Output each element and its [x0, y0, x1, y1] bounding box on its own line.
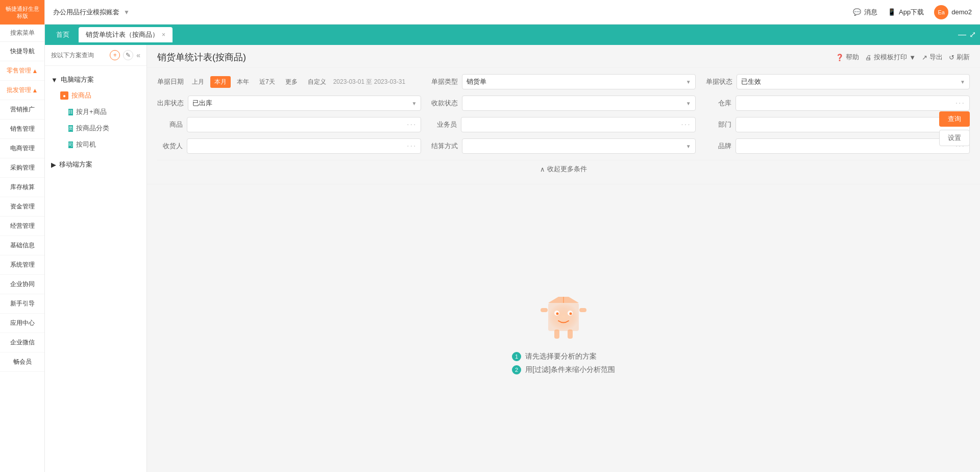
app-download-button[interactable]: 📱 App下载 [888, 8, 924, 17]
user-avatar-button[interactable]: Ea demo2 [934, 5, 972, 19]
template-print-button[interactable]: 🖨 按模板打印 ▼ [865, 53, 916, 62]
svg-rect-6 [541, 308, 548, 312]
sidebar-item-qiyeweixin[interactable]: 企业微信 [0, 333, 44, 352]
help-button[interactable]: ❓ 帮助 [836, 53, 859, 62]
edit-scheme-button[interactable]: ✎ [123, 50, 133, 60]
tip-1-text: 请先选择要分析的方案 [525, 352, 597, 361]
avatar: Ea [934, 5, 948, 19]
settle-input[interactable]: ▼ [462, 138, 695, 154]
collect-dropdown-icon: ▼ [686, 101, 691, 106]
collect-status-input[interactable]: ▼ [462, 96, 695, 111]
sidebar-item-kuaijie[interactable]: 快捷导航 [0, 42, 44, 61]
dropdown-arrow-icon[interactable]: ▼ [124, 9, 130, 16]
app-icon: 📱 [888, 8, 896, 16]
date-tab-custom[interactable]: 自定义 [304, 76, 330, 88]
sidebar-item-jichu[interactable]: 基础信息 [0, 236, 44, 255]
chevron-up-icon: ▲ [32, 67, 38, 75]
svg-rect-9 [568, 329, 573, 339]
date-tab-this-month[interactable]: 本月 [210, 76, 231, 88]
tree-item-by-driver[interactable]: 司 按司机 [45, 136, 146, 153]
sidebar-item-kucun[interactable]: 库存核算 [0, 178, 44, 197]
doc-type-input[interactable]: 销货单 ▼ [462, 74, 695, 89]
sidebar-item-xinshou[interactable]: 新手引导 [0, 294, 44, 314]
chevron-up-icon: ▲ [32, 87, 38, 94]
sidebar-item-yingyong[interactable]: 应用中心 [0, 314, 44, 333]
doc-type-value: 销货单 [467, 77, 486, 86]
sidebar-item-label: 资金管理 [10, 202, 35, 211]
warehouse-input[interactable]: ··· [736, 96, 970, 111]
sidebar-item-label: 销售管理 [10, 125, 35, 133]
tab-minimize-icon[interactable]: — [958, 31, 966, 39]
help-icon: ❓ [836, 54, 844, 61]
tab-active[interactable]: 销货单统计表（按商品） × [79, 27, 173, 42]
collapse-panel-button[interactable]: « [136, 51, 140, 59]
settings-button[interactable]: 设置 [939, 130, 970, 146]
sidebar-item-label: 批发管理 [7, 86, 31, 95]
sidebar-item-lingshou[interactable]: 零售管理 ▲ [0, 61, 44, 81]
doc-status-label: 单据状态 [706, 77, 732, 86]
filter-main-wrapper: 销货单统计表(按商品) ❓ 帮助 🖨 按模板打印 ▼ ↗ 导出 [147, 45, 980, 472]
avatar-initials: Ea [938, 9, 945, 15]
month-goods-icon: 目 [68, 109, 73, 115]
tab-active-label: 销货单统计表（按商品） [86, 30, 159, 39]
sidebar-item-pifa[interactable]: 批发管理 ▲ [0, 81, 44, 100]
goods-input[interactable]: ··· [187, 117, 421, 132]
receiver-input[interactable]: ··· [187, 138, 421, 154]
date-tab-this-year[interactable]: 本年 [233, 76, 253, 88]
refresh-icon: ↺ [949, 54, 954, 61]
date-tab-more[interactable]: 更多 [281, 76, 302, 88]
doc-status-input[interactable]: 已生效 ▼ [737, 74, 970, 89]
out-status-input[interactable]: 已出库 ▼ [188, 96, 421, 111]
date-tabs: 上月 本月 本年 近7天 更多 自定义 [188, 76, 330, 88]
svg-point-5 [570, 312, 572, 315]
sidebar-item-jingying[interactable]: 经营管理 [0, 217, 44, 236]
salesman-input[interactable]: ··· [461, 117, 695, 132]
tab-home[interactable]: 首页 [49, 27, 77, 42]
filter-row-1: 单据日期 上月 本月 本年 近7天 更多 自定义 2023-03-01 至 20… [157, 74, 970, 89]
refresh-button[interactable]: ↺ 刷新 [949, 53, 970, 62]
collapse-conditions-button[interactable]: ∧ 收起更多条件 [540, 164, 587, 174]
sidebar-item-label: 企业微信 [10, 338, 35, 347]
settle-field: 结算方式 ▼ [431, 138, 695, 154]
brand-input[interactable]: ··· [736, 138, 970, 154]
date-label: 单据日期 [157, 77, 184, 86]
tree-item-goods-category[interactable]: 类 按商品分类 [45, 120, 146, 136]
doc-status-field: 单据状态 已生效 ▼ [706, 74, 970, 89]
tab-close-icon[interactable]: × [162, 31, 165, 38]
sidebar-item-qiye[interactable]: 企业协同 [0, 275, 44, 294]
edit-icon: ✎ [126, 52, 131, 59]
search-menu[interactable]: 搜索菜单 [0, 25, 44, 42]
tree-group-pc-header[interactable]: ▼ 电脑端方案 [45, 72, 146, 87]
tab-maximize-icon[interactable]: ⤢ [969, 31, 976, 39]
sidebar-item-changhui[interactable]: 畅会员 [0, 352, 44, 372]
tab-controls: — ⤢ [958, 31, 976, 39]
tree-item-by-goods[interactable]: ● 按商品 [45, 87, 146, 104]
salesman-field: 业务员 ··· [431, 117, 695, 132]
query-button[interactable]: 查询 [939, 111, 970, 127]
sidebar-item-dianshang[interactable]: 电商管理 [0, 139, 44, 158]
empty-tips: 1 请先选择要分析的方案 2 用[过滤]条件来缩小分析范围 [512, 352, 615, 374]
topbar: 办公用品行业模拟账套 ▼ 💬 消息 📱 App下载 Ea demo2 [45, 0, 980, 25]
sidebar-item-xiaoshou[interactable]: 销售管理 [0, 120, 44, 139]
department-input[interactable]: ▼ [736, 117, 970, 132]
sidebar-item-label: 经营管理 [10, 222, 35, 230]
goods-field: 商品 ··· [157, 117, 421, 132]
tree-group-mobile-header[interactable]: ▶ 移动端方案 [45, 157, 146, 172]
tree-item-month-goods[interactable]: 目 按月+商品 [45, 104, 146, 120]
empty-tip-1: 1 请先选择要分析的方案 [512, 352, 615, 361]
help-label: 帮助 [846, 53, 859, 62]
message-button[interactable]: 💬 消息 [853, 8, 877, 17]
brand-field: 品牌 ··· [706, 138, 970, 154]
sidebar-item-xitong[interactable]: 系统管理 [0, 255, 44, 275]
tabbar: 首页 销货单统计表（按商品） × — ⤢ [45, 25, 980, 45]
add-scheme-button[interactable]: + [110, 50, 120, 60]
sidebar-item-zijin[interactable]: 资金管理 [0, 197, 44, 217]
export-button[interactable]: ↗ 导出 [922, 53, 943, 62]
collect-status-label: 收款状态 [431, 99, 458, 108]
sidebar-item-label: 系统管理 [10, 261, 35, 269]
sidebar-item-caigou[interactable]: 采购管理 [0, 158, 44, 178]
date-tab-last-month[interactable]: 上月 [188, 76, 208, 88]
sidebar-item-yingxiao[interactable]: 营销推广 [0, 100, 44, 120]
warehouse-label: 仓库 [706, 99, 731, 108]
date-tab-7days[interactable]: 近7天 [255, 76, 279, 88]
